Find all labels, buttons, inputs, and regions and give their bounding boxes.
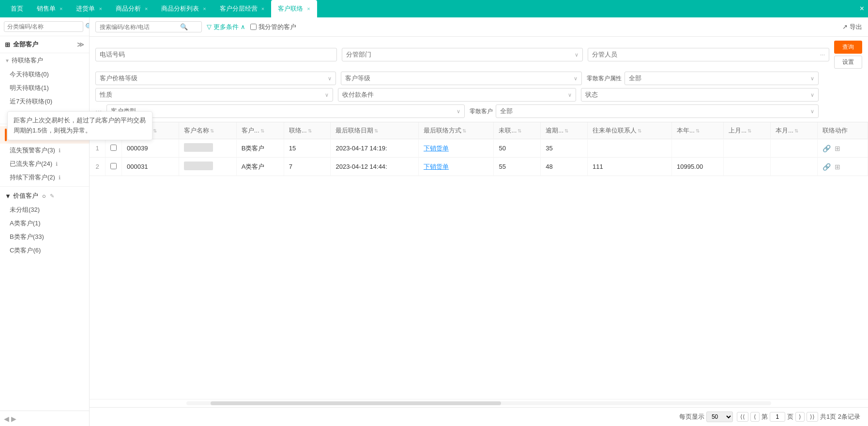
- sidebar-divider-2: [0, 186, 89, 187]
- sidebar-item-churn-warning[interactable]: 流失预警客户(3) ℹ: [0, 144, 89, 157]
- filter-search-icon[interactable]: 🔍: [180, 23, 188, 30]
- retail-customer-filter[interactable]: 全部 ∨: [496, 104, 819, 118]
- nav-home[interactable]: 首页: [4, 0, 30, 17]
- row2-checkbox[interactable]: [110, 163, 117, 169]
- department-filter[interactable]: 分管部门 ∨: [342, 48, 583, 61]
- sidebar-item-today[interactable]: 今天待联络(0): [0, 68, 89, 81]
- sidebar-item-ungroup[interactable]: 未分组(32): [0, 203, 89, 217]
- row1-checkbox[interactable]: [110, 145, 117, 151]
- sidebar-item-declining[interactable]: 持续下滑客户(2) ℹ: [0, 171, 89, 184]
- sidebar-item-c-class[interactable]: C类客户(6): [0, 244, 89, 257]
- td-row1-last-month: [724, 139, 771, 158]
- page-number-input[interactable]: [770, 412, 785, 422]
- td-row1-check[interactable]: [106, 139, 122, 158]
- sort-contacts-icon[interactable]: ⇅: [638, 128, 641, 133]
- close-product-analysis-icon[interactable]: ×: [145, 0, 148, 17]
- my-customer-input[interactable]: [250, 24, 257, 30]
- sidebar-item-b-class[interactable]: B类客户(33): [0, 230, 89, 244]
- price-level-filter[interactable]: 客户价格等级 ∨: [95, 72, 336, 85]
- th-last-month: 上月...⇅: [724, 122, 771, 139]
- sidebar-item-7days[interactable]: 近7天待联络(0): [0, 95, 89, 108]
- close-purchase-icon[interactable]: ×: [99, 0, 102, 17]
- td-row2-contact-num: 7: [284, 158, 331, 176]
- scroll-thumb[interactable]: [211, 401, 501, 405]
- td-row1-actions: 🔗 ⊞: [817, 139, 868, 158]
- row2-grid-icon[interactable]: ⊞: [835, 163, 840, 171]
- churn-warning-info-icon[interactable]: ℹ: [59, 147, 61, 153]
- close-product-list-icon[interactable]: ×: [203, 0, 206, 17]
- churned-info-icon[interactable]: ℹ: [56, 161, 58, 167]
- sort-name-icon[interactable]: ⇅: [210, 128, 214, 133]
- sort-unlinkd-icon[interactable]: ⇅: [518, 128, 521, 133]
- payment-filter[interactable]: 收付款条件 ∨: [338, 88, 576, 102]
- customer-level-filter[interactable]: 客户等级 ∨: [341, 72, 581, 85]
- nav-product-list[interactable]: 商品分析列表 ×: [154, 0, 213, 17]
- horizontal-scrollbar[interactable]: [90, 399, 868, 407]
- nav-customer-segment[interactable]: 客户分层经营 ×: [213, 0, 271, 17]
- sidebar-item-tomorrow[interactable]: 明天待联络(1): [0, 81, 89, 95]
- filter-search-input[interactable]: [100, 24, 177, 30]
- th-contact-num: 联络...⇅: [284, 122, 331, 139]
- row2-link-icon[interactable]: 🔗: [822, 163, 831, 171]
- th-this-month: 本月...⇅: [771, 122, 818, 139]
- nav-product-analysis[interactable]: 商品分析 ×: [109, 0, 154, 17]
- more-conditions-btn[interactable]: ▽ 更多条件 ∧: [207, 23, 245, 31]
- sidebar-value-group[interactable]: ▼ 价值客户 ○ ✎: [0, 189, 89, 203]
- sidebar-collapse-icon[interactable]: ≫: [77, 41, 84, 48]
- right-arrow-icon[interactable]: ▶: [11, 415, 16, 423]
- nav-purchase[interactable]: 进货单 ×: [69, 0, 108, 17]
- close-sales-icon[interactable]: ×: [60, 0, 62, 17]
- td-row1-name: [179, 139, 236, 158]
- close-customer-segment-icon[interactable]: ×: [261, 0, 264, 17]
- per-page-select[interactable]: 50 20 100: [706, 411, 733, 422]
- sort-contact-icon[interactable]: ⇅: [308, 128, 312, 133]
- retail-attr-filter[interactable]: 全部 ∨: [624, 72, 819, 85]
- sort-this-month-icon[interactable]: ⇅: [794, 128, 798, 133]
- sort-code-icon[interactable]: ⇅: [153, 128, 157, 133]
- sidebar-pending-group[interactable]: ▼ 待联络客户: [0, 53, 89, 68]
- next-page-btn[interactable]: ⟩: [795, 412, 805, 422]
- sort-method-icon[interactable]: ⇅: [462, 128, 466, 133]
- sort-last-month-icon[interactable]: ⇅: [747, 128, 751, 133]
- last-page-btn[interactable]: ⟩⟩: [807, 412, 818, 422]
- manager-filter[interactable]: 分管人员 ···: [588, 48, 829, 61]
- gender-filter[interactable]: 性质 ∨: [95, 88, 333, 102]
- sidebar-search-input[interactable]: [4, 21, 83, 32]
- sidebar-item-churned[interactable]: 已流失客户(24) ℹ: [0, 157, 89, 171]
- my-customer-checkbox[interactable]: 我分管的客户: [250, 23, 296, 31]
- sidebar-item-a-class[interactable]: A类客户(1): [0, 217, 89, 230]
- sort-this-year-icon[interactable]: ⇅: [696, 128, 700, 133]
- filter-icon: ▽: [207, 23, 212, 30]
- declining-info-icon[interactable]: ℹ: [59, 175, 61, 180]
- export-button[interactable]: ↗ 导出: [842, 23, 862, 31]
- status-filter[interactable]: 状态 ∨: [581, 88, 819, 102]
- td-row1-code: 000039: [122, 139, 179, 158]
- filter-action-buttons: 查询 设置: [834, 41, 862, 69]
- left-arrow-icon[interactable]: ◀: [4, 415, 9, 423]
- close-customer-contact-icon[interactable]: ×: [307, 0, 310, 17]
- prev-page-btn[interactable]: ⟨: [750, 412, 760, 422]
- sort-date-icon[interactable]: ⇅: [374, 128, 378, 133]
- value-check-icon[interactable]: ○: [42, 192, 46, 200]
- row1-link-icon[interactable]: 🔗: [822, 145, 831, 152]
- sidebar-all-customers[interactable]: ⊞ 全部客户 ≫: [0, 36, 89, 53]
- td-row1-last-date: 2023-04-17 14:19:: [331, 139, 419, 158]
- query-button[interactable]: 查询: [834, 41, 862, 54]
- manager-dots[interactable]: ···: [820, 51, 825, 58]
- td-row2-overdue: 48: [541, 158, 588, 176]
- th-last-date: 最后联络日期⇅: [331, 122, 419, 139]
- first-page-btn[interactable]: ⟨⟨: [737, 412, 748, 422]
- phone-filter[interactable]: 电话号码: [95, 48, 337, 61]
- sort-overdue-icon[interactable]: ⇅: [564, 128, 568, 133]
- sort-type-icon[interactable]: ⇅: [260, 128, 264, 133]
- value-edit-icon[interactable]: ✎: [50, 193, 54, 199]
- td-row2-check[interactable]: [106, 158, 122, 176]
- close-all-icon[interactable]: ×: [860, 4, 864, 13]
- sidebar-search-icon[interactable]: 🔍: [85, 23, 90, 30]
- orange-indicator: [5, 129, 7, 141]
- nav-customer-contact[interactable]: 客户联络 ×: [271, 0, 317, 17]
- row1-grid-icon[interactable]: ⊞: [835, 145, 840, 152]
- settings-button[interactable]: 设置: [834, 56, 862, 69]
- nav-sales[interactable]: 销售单 ×: [30, 0, 69, 17]
- customer-type-filter[interactable]: 客户类型 ∨: [107, 104, 464, 118]
